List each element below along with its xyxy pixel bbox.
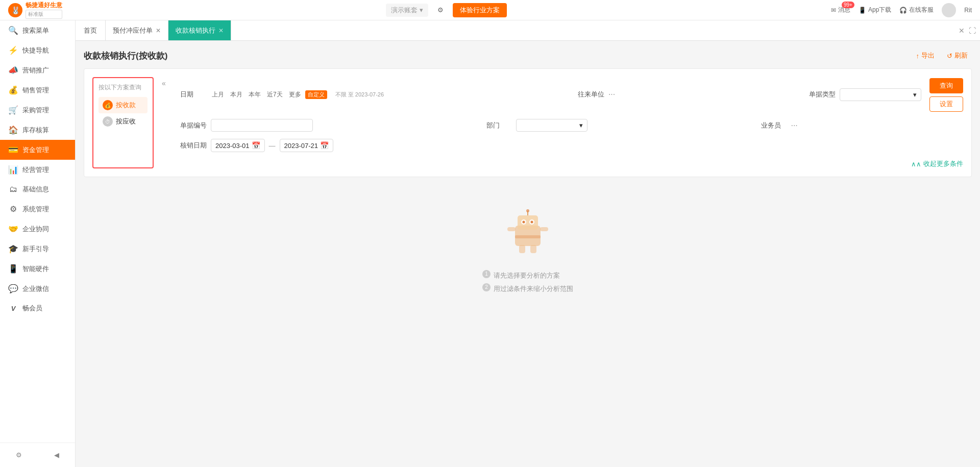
- settings-icon[interactable]: ⚙: [433, 3, 448, 17]
- this-year-btn[interactable]: 本年: [247, 89, 263, 100]
- app-download-button[interactable]: 📱 App下载: [859, 6, 891, 14]
- counterpart-input[interactable]: ···: [608, 90, 615, 99]
- dept-label: 部门: [486, 121, 512, 130]
- writeoff-start-input[interactable]: 2023-03-01 📅: [211, 139, 265, 152]
- page-header: 收款核销执行(按收款) ↑ 导出 ↺ 刷新: [84, 49, 972, 62]
- tab-home[interactable]: 首页: [76, 20, 106, 40]
- user-name: Rit: [964, 7, 972, 14]
- empty-tips: 1 请先选择要分析的方案 2 用过滤条件来缩小分析范围: [482, 269, 573, 296]
- message-icon: ✉: [831, 7, 836, 14]
- doc-type-select[interactable]: ▾: [840, 88, 921, 101]
- sidebar-item-base-info[interactable]: 🗂 基础信息: [0, 180, 75, 199]
- message-button[interactable]: ✉ 消息 99+: [831, 6, 850, 14]
- sidebar-item-finance[interactable]: 💳 资金管理: [0, 140, 75, 160]
- sidebar-item-system[interactable]: ⚙ 系统管理: [0, 199, 75, 219]
- tab-spacer: [231, 20, 954, 40]
- sidebar-item-operation[interactable]: 📊 经营管理: [0, 160, 75, 180]
- tab-writeoff[interactable]: 收款核销执行 ✕: [168, 20, 231, 40]
- tip-text-2: 用过滤条件来缩小分析范围: [494, 282, 573, 296]
- sidebar-item-inventory[interactable]: 🏠 库存核算: [0, 120, 75, 140]
- service-button[interactable]: 🎧 在线客服: [899, 6, 934, 14]
- user-avatar[interactable]: [942, 3, 956, 17]
- member-icon: V: [8, 305, 18, 312]
- dropdown-icon: ▾: [913, 91, 917, 99]
- calendar-start-icon[interactable]: 📅: [252, 141, 260, 150]
- staff-input[interactable]: ···: [791, 121, 797, 130]
- tab-close-prepay[interactable]: ✕: [156, 27, 161, 34]
- sidebar-item-wechat[interactable]: 💬 企业微信: [0, 279, 75, 299]
- this-month-btn[interactable]: 本月: [228, 89, 244, 100]
- collapse-more-label: 收起更多条件: [923, 159, 963, 168]
- filter-option-by-receivable[interactable]: ⏱ 按应收: [99, 113, 148, 130]
- search-icon: 🔍: [8, 26, 18, 35]
- calendar-end-icon[interactable]: 📅: [320, 141, 329, 150]
- refresh-icon: ↺: [947, 52, 952, 60]
- hardware-icon: 📱: [8, 264, 18, 274]
- wechat-icon: 💬: [8, 284, 18, 293]
- tab-prepay[interactable]: 预付冲应付单 ✕: [106, 20, 168, 40]
- query-button[interactable]: 查询: [929, 78, 963, 93]
- tab-expand-icon[interactable]: ⛶: [969, 27, 976, 35]
- last-month-btn[interactable]: 上月: [210, 89, 226, 100]
- sidebar-item-marketing[interactable]: 📣 营销推广: [0, 60, 75, 80]
- dept-select[interactable]: ▾: [516, 119, 587, 132]
- more-btn[interactable]: 更多: [287, 89, 303, 100]
- export-button[interactable]: ↑ 导出: [912, 49, 939, 62]
- edition-badge: 标准版: [26, 10, 62, 19]
- sales-icon: 💰: [8, 85, 18, 95]
- top-bar: 🐰 畅捷通好生意 标准版 演示账套 ▾ ⚙ 体验行业方案 ✉ 消息 99+ 📱 …: [0, 0, 980, 20]
- sidebar-label-hardware: 智能硬件: [22, 264, 49, 274]
- company-selector[interactable]: 演示账套 ▾: [386, 4, 428, 17]
- company-name: 演示账套: [391, 6, 418, 15]
- sidebar-label-finance: 资金管理: [22, 145, 49, 155]
- sidebar-item-guide[interactable]: 🎓 新手引导: [0, 239, 75, 259]
- sidebar-item-search-menu[interactable]: 🔍 搜索菜单: [0, 20, 75, 40]
- tab-controls: ✕ ⛶: [954, 20, 980, 40]
- last-7days-btn[interactable]: 近7天: [265, 89, 285, 100]
- sidebar-item-sales[interactable]: 💰 销售管理: [0, 80, 75, 100]
- sidebar-item-enterprise[interactable]: 🤝 企业协同: [0, 219, 75, 239]
- sidebar-settings-button[interactable]: ⚙: [8, 447, 30, 463]
- collapse-icon: ◀: [54, 451, 59, 459]
- industry-button[interactable]: 体验行业方案: [453, 3, 507, 17]
- top-bar-center: 演示账套 ▾ ⚙ 体验行业方案: [386, 3, 507, 17]
- custom-date-badge[interactable]: 自定义: [305, 90, 327, 99]
- receivable-icon: ⏱: [103, 116, 113, 127]
- guide-icon: 🎓: [8, 244, 18, 254]
- sidebar-label-operation: 经营管理: [22, 165, 49, 175]
- top-bar-right: ✉ 消息 99+ 📱 App下载 🎧 在线客服 Rit: [831, 3, 972, 17]
- tab-prepay-label: 预付冲应付单: [113, 26, 153, 35]
- collapse-arrow-icon: «: [162, 79, 166, 87]
- sidebar-label-quick: 快捷导航: [22, 46, 49, 55]
- sidebar-collapse-button[interactable]: ◀: [46, 447, 67, 463]
- tip-item-1: 1 请先选择要分析的方案: [482, 269, 573, 282]
- filter-panel: 按以下方案查询 💰 按收款 ⏱ 按应收 «: [84, 68, 972, 177]
- sidebar-label-inventory: 库存核算: [22, 126, 49, 135]
- filter-collapse-button[interactable]: «: [162, 77, 172, 168]
- counterpart-label: 往来单位: [578, 90, 604, 99]
- sidebar-item-member[interactable]: V 畅会员: [0, 299, 75, 318]
- sidebar-item-hardware[interactable]: 📱 智能硬件: [0, 259, 75, 279]
- doc-no-input[interactable]: [211, 119, 313, 132]
- sidebar-item-purchase[interactable]: 🛒 采购管理: [0, 100, 75, 120]
- tab-close-writeoff[interactable]: ✕: [218, 27, 224, 34]
- counterpart-field: 往来单位 ···: [578, 90, 615, 99]
- filter-row-3: 核销日期 2023-03-01 📅 — 2023-07-21 📅: [180, 139, 963, 152]
- refresh-button[interactable]: ↺ 刷新: [943, 49, 972, 62]
- tab-close-all-icon[interactable]: ✕: [959, 27, 965, 35]
- svg-rect-1: [518, 215, 538, 230]
- collapse-more-button[interactable]: ∧∧ 收起更多条件: [180, 159, 963, 168]
- date-field: 日期 上月 本月 本年 近7天 更多 自定义: [180, 89, 327, 100]
- filter-option-by-receipt[interactable]: 💰 按收款: [99, 97, 148, 113]
- tip-num-1: 1: [482, 270, 491, 278]
- filter-scheme-panel: 按以下方案查询 💰 按收款 ⏱ 按应收: [92, 77, 154, 168]
- writeoff-date-label: 核销日期: [180, 141, 207, 150]
- sidebar-item-quick-nav[interactable]: ⚡ 快捷导航: [0, 40, 75, 60]
- svg-rect-9: [540, 227, 548, 231]
- dept-field: 部门 ▾: [486, 119, 587, 132]
- writeoff-end-input[interactable]: 2023-07-21 📅: [280, 139, 334, 152]
- svg-rect-12: [515, 235, 541, 238]
- settings-button[interactable]: 设置: [929, 96, 963, 112]
- date-no-limit: 不限 至 2023-07-26: [335, 91, 384, 99]
- sidebar-bottom: ⚙ ◀: [0, 443, 75, 467]
